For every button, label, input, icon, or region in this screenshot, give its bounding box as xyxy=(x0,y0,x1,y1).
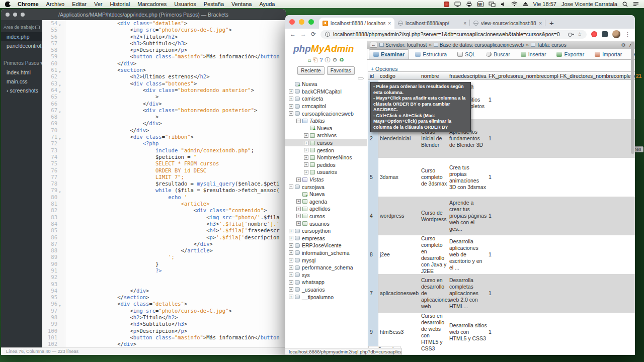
column-header-codigo[interactable]: codigo xyxy=(378,73,420,79)
menu-item-usuarios[interactable]: Usuarios xyxy=(174,1,196,7)
pma-tab-estructura[interactable]: Estructura xyxy=(411,49,451,59)
window-controls[interactable] xyxy=(289,19,314,25)
column-header-nombre[interactable]: nombre xyxy=(420,73,448,79)
pma-tab-insertar[interactable]: Insertar xyxy=(516,49,551,59)
menu-item-pesta-a[interactable]: Pestaña xyxy=(204,1,224,7)
tree-item-apellidos[interactable]: +apellidos xyxy=(285,205,367,213)
info-icon[interactable]: ⓘ xyxy=(325,57,330,63)
tree-expander-icon[interactable]: − xyxy=(289,185,293,189)
back-button[interactable]: ← xyxy=(290,31,296,38)
tree-expander-icon[interactable]: + xyxy=(304,141,308,145)
tree-expander-icon[interactable]: + xyxy=(289,236,293,240)
tree-expander-icon[interactable]: + xyxy=(289,229,293,233)
menu-item-ver[interactable]: Ver xyxy=(94,1,103,7)
tree-expander-icon[interactable]: + xyxy=(289,250,293,255)
column-header-fk-profesores-nombrecompleto[interactable]: FK_profesores_nombrecompleto xyxy=(487,73,558,79)
tree-expander-icon[interactable]: + xyxy=(304,155,308,160)
tab-close-icon[interactable]: × xyxy=(388,21,391,26)
apple-menu-icon[interactable] xyxy=(5,2,11,7)
tree-expander-icon[interactable]: + xyxy=(289,104,293,109)
pma-tab-examinar[interactable]: Examinar xyxy=(369,49,409,59)
menu-item-archivo[interactable]: Archivo xyxy=(46,1,65,7)
help-icon[interactable]: ? xyxy=(319,57,323,63)
tree-item-erpjosevicente[interactable]: +ERPJoseVicente xyxy=(285,242,367,249)
project-dropdown[interactable]: Primeros Pasos ▾ xyxy=(1,58,42,68)
working-file-index-php[interactable]: index.php xyxy=(1,32,42,41)
pma-tab-sql[interactable]: SQL xyxy=(453,49,480,59)
project-file-main-css[interactable]: main.css xyxy=(1,77,42,86)
tree-item-camiseta[interactable]: +camiseta xyxy=(285,95,367,103)
nav-button-reciente[interactable]: Reciente xyxy=(297,66,324,75)
menubar-clock[interactable]: Vie 18:57 xyxy=(533,1,556,7)
tree-item-sys[interactable]: +sys xyxy=(285,271,367,279)
menu-item-marcadores[interactable]: Marcadores xyxy=(137,1,167,7)
page-scrollbar-thumb[interactable] xyxy=(631,42,634,154)
tree-item-tablas[interactable]: −Tablas xyxy=(285,117,367,125)
nav-resize-grip[interactable] xyxy=(358,77,364,79)
tree-expander-icon[interactable]: + xyxy=(289,243,293,248)
pma-tab-buscar[interactable]: Buscar xyxy=(481,49,515,59)
eject-icon[interactable] xyxy=(523,2,528,7)
site-info-icon[interactable]: i xyxy=(325,32,330,37)
password-key-icon[interactable] xyxy=(568,33,574,36)
tree-item-nueva[interactable]: +Nueva xyxy=(285,191,367,198)
tree-item-nombresninos[interactable]: +NombresNinos xyxy=(285,154,367,161)
menubar-user[interactable]: Jose Vicente Carratala xyxy=(561,1,617,7)
tree-item-crmcapitol[interactable]: +crmcapitol xyxy=(285,103,367,110)
chrome-menu-icon[interactable]: ⋮ xyxy=(625,31,630,38)
address-bar[interactable]: i localhost:8888/phpmyadmin2/sql.php?ser… xyxy=(320,30,587,39)
tree-expander-icon[interactable]: + xyxy=(296,177,301,182)
browser-tab-localhost-8888-app[interactable]: localhost:8888/app/× xyxy=(394,18,470,29)
tree-expander-icon[interactable]: + xyxy=(304,170,308,174)
breadcrumb-segment[interactable]: Servidor: localhost xyxy=(385,42,427,48)
tree-expander-icon[interactable]: + xyxy=(296,199,301,204)
volume-icon[interactable] xyxy=(501,2,506,7)
tree-item-information-schema[interactable]: +information_schema xyxy=(285,249,367,257)
tree-item-backcrmcapitol[interactable]: +backCRMCapitol xyxy=(285,88,367,96)
column-header-frasedescriptiva[interactable]: frasedescriptiva xyxy=(448,73,487,79)
tab-close-icon[interactable]: × xyxy=(539,21,542,26)
tree-expander-icon[interactable]: + xyxy=(289,97,293,101)
tree-item-cursos[interactable]: +cursos xyxy=(285,213,367,220)
notification-center-icon[interactable] xyxy=(633,2,639,7)
extension-icon[interactable] xyxy=(602,31,608,37)
split-view-icon[interactable] xyxy=(35,26,40,29)
tree-expander-icon[interactable]: + xyxy=(289,89,293,94)
pma-tab-importar[interactable]: Importar xyxy=(590,49,626,59)
tree-item-empresas[interactable]: +empresas xyxy=(285,234,367,242)
tree-item-whatsapp[interactable]: +whatsapp xyxy=(285,279,367,286)
tree-item-usuarios[interactable]: +_usuarios xyxy=(285,286,367,294)
column-header-fk-directores-nombrecompleto[interactable]: FK_directores_nombrecompleto xyxy=(558,73,635,79)
profile-avatar[interactable] xyxy=(612,30,620,38)
nav-button-favoritas[interactable]: Favoritas xyxy=(327,66,355,75)
bookmark-star-icon[interactable]: ☆ xyxy=(577,31,582,38)
menu-item-ventana[interactable]: Ventana xyxy=(231,1,252,7)
tree-item-mysql[interactable]: +mysql xyxy=(285,256,367,264)
tab-close-icon[interactable]: × xyxy=(463,21,466,26)
tree-expander-icon[interactable]: + xyxy=(304,133,308,138)
tree-item-cursojava[interactable]: −cursojava xyxy=(285,183,367,191)
tree-item-gestion[interactable]: +gestion xyxy=(285,146,367,154)
tree-item-nueva[interactable]: +Nueva xyxy=(285,80,367,88)
tree-expander-icon[interactable]: + xyxy=(304,162,308,167)
menu-app-name[interactable]: Chrome xyxy=(18,1,39,7)
tree-expander-icon[interactable]: + xyxy=(296,207,301,211)
browser-tab-view-source-localhost-8888-a[interactable]: view-source:localhost:8888/a× xyxy=(470,18,545,29)
tree-item-tipoalumno[interactable]: +__tipoalumno xyxy=(285,293,367,301)
tree-expander-icon[interactable]: + xyxy=(304,148,308,152)
menu-item-ayuda[interactable]: Ayuda xyxy=(259,1,275,7)
tree-item-cursopython[interactable]: +cursopython xyxy=(285,227,367,235)
forward-button[interactable]: → xyxy=(300,31,306,38)
tree-item-nueva[interactable]: +Nueva xyxy=(285,125,367,132)
tree-expander-icon[interactable]: + xyxy=(289,258,293,262)
project-file-index-html[interactable]: index.html xyxy=(1,68,42,77)
tree-item-archivos[interactable]: +archivos xyxy=(285,132,367,139)
adblock-extension-icon[interactable] xyxy=(591,31,597,37)
tree-item-agenda[interactable]: +agenda xyxy=(285,198,367,206)
refresh-icon[interactable]: ♻ xyxy=(339,57,344,63)
tree-expander-icon[interactable]: + xyxy=(296,214,301,218)
extension-icon[interactable] xyxy=(444,2,449,7)
boot-camp-icon[interactable]: BI xyxy=(477,2,484,7)
tree-expander-icon[interactable]: + xyxy=(289,287,293,292)
nav-collapse-arrow[interactable]: ← xyxy=(370,42,377,48)
